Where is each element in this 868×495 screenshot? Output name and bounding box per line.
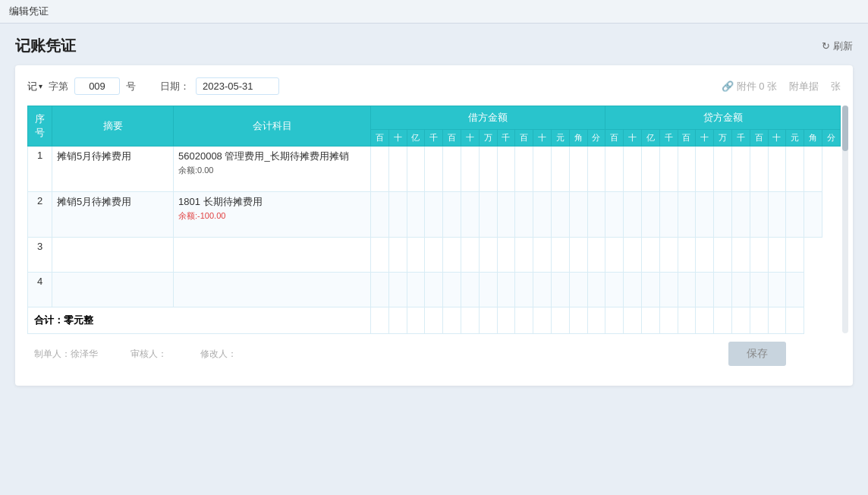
- attach-single-label[interactable]: 附单据: [789, 80, 819, 93]
- table-row: 4: [28, 273, 841, 307]
- debit-wan: 万: [479, 130, 497, 147]
- attach-count-label: 张: [831, 80, 841, 93]
- chevron-down-icon: ▾: [39, 82, 42, 90]
- total-row: 合计：零元整: [28, 307, 841, 334]
- col-credit-header: 贷方金额: [605, 106, 841, 130]
- row-summary[interactable]: [52, 238, 174, 273]
- credit-yuan: 元: [786, 130, 804, 147]
- voucher-table: 序号 摘要 会计科目 借方金额 贷方金额 百 十 亿 千 百 十 万: [27, 106, 841, 374]
- footer-row: 制单人：徐泽华 审核人： 修改人： 保存: [28, 334, 841, 374]
- row-seq: 3: [28, 238, 52, 273]
- creator-label: 制单人：徐泽华: [34, 348, 98, 359]
- row-summary[interactable]: 摊销5月待摊费用: [52, 192, 174, 238]
- table-header-row: 序号 摘要 会计科目 借方金额 贷方金额: [28, 106, 841, 130]
- debit-bai-yi: 百: [371, 130, 389, 147]
- refresh-icon: ↻: [822, 40, 830, 52]
- reviewer-label: 审核人：: [131, 348, 167, 359]
- debit-shi-wan: 十: [461, 130, 479, 147]
- zi-label: 字第: [49, 80, 68, 93]
- voucher-number-input[interactable]: [74, 77, 120, 95]
- title-bar: 编辑凭证: [0, 0, 868, 24]
- credit-bai: 百: [750, 130, 768, 147]
- credit-fen: 分: [822, 130, 840, 147]
- row-account[interactable]: [174, 238, 371, 273]
- col-summary: 摘要: [52, 106, 174, 147]
- row-summary[interactable]: [52, 273, 174, 307]
- debit-qian: 千: [497, 130, 515, 147]
- title-bar-label: 编辑凭证: [9, 5, 49, 17]
- type-dropdown[interactable]: 记 ▾: [27, 80, 42, 93]
- date-input[interactable]: [196, 77, 279, 95]
- credit-wan: 万: [714, 130, 732, 147]
- scrollbar-thumb[interactable]: [842, 106, 848, 151]
- col-account: 会计科目: [174, 106, 371, 147]
- debit-bai-wan: 百: [443, 130, 461, 147]
- number-unit: 号: [126, 80, 136, 93]
- save-button[interactable]: 保存: [728, 342, 786, 366]
- debit-shi: 十: [533, 130, 552, 147]
- table-row: 1 摊销5月待摊费用 56020008 管理费用_长期待摊费用摊销 余额:0.0…: [28, 147, 841, 192]
- debit-jiao: 角: [569, 130, 587, 147]
- scrollbar-track[interactable]: [842, 106, 848, 333]
- link-icon: 🔗: [722, 80, 734, 92]
- attachment-link[interactable]: 🔗 附件 0 张: [722, 80, 777, 93]
- refresh-button[interactable]: ↻ 刷新: [822, 39, 853, 53]
- credit-yi: 亿: [641, 130, 659, 147]
- credit-bai-yi: 百: [605, 130, 624, 147]
- col-seq: 序号: [28, 106, 52, 147]
- table-row: 2 摊销5月待摊费用 1801 长期待摊费用 余额:-100.00: [28, 192, 841, 238]
- row-seq: 4: [28, 273, 52, 307]
- credit-qian-wan: 千: [659, 130, 678, 147]
- credit-qian: 千: [731, 130, 750, 147]
- page-title: 记账凭证: [15, 36, 76, 56]
- credit-jiao: 角: [804, 130, 822, 147]
- table-row: 3: [28, 238, 841, 273]
- debit-fen: 分: [587, 130, 605, 147]
- row-seq: 2: [28, 192, 52, 238]
- debit-shi-yi: 十: [388, 130, 407, 147]
- debit-yi: 亿: [407, 130, 425, 147]
- row-summary[interactable]: 摊销5月待摊费用: [52, 147, 174, 192]
- credit-shi-wan: 十: [696, 130, 714, 147]
- total-label: 合计：零元整: [28, 307, 371, 334]
- debit-bai: 百: [515, 130, 533, 147]
- row-seq: 1: [28, 147, 52, 192]
- col-debit-header: 借方金额: [371, 106, 605, 130]
- date-label: 日期：: [160, 80, 190, 93]
- modifier-label: 修改人：: [200, 348, 237, 359]
- voucher-type: 记 ▾: [27, 80, 42, 93]
- credit-shi: 十: [768, 130, 786, 147]
- row-account[interactable]: 56020008 管理费用_长期待摊费用摊销 余额:0.00: [174, 147, 371, 192]
- row-account[interactable]: [174, 273, 371, 307]
- credit-shi-yi: 十: [624, 130, 642, 147]
- credit-bai-wan: 百: [678, 130, 696, 147]
- debit-yuan: 元: [551, 130, 569, 147]
- debit-qian-wan: 千: [425, 130, 443, 147]
- row-account[interactable]: 1801 长期待摊费用 余额:-100.00: [174, 192, 371, 238]
